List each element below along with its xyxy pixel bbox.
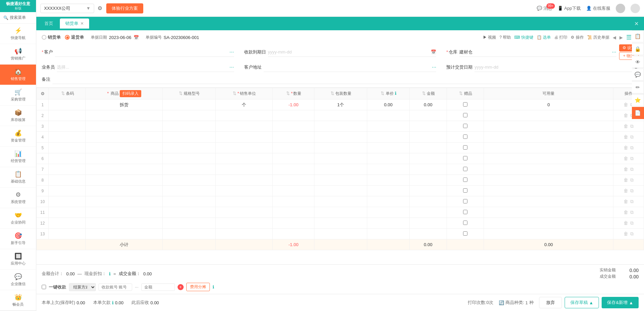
row-barcode-cell[interactable]: [49, 164, 86, 175]
sidebar-item-quick-nav[interactable]: ⚡ 快捷导航: [0, 24, 36, 44]
row-spec-cell[interactable]: [163, 164, 216, 175]
row-amount-cell[interactable]: [410, 121, 447, 132]
row-spec-cell[interactable]: [163, 110, 216, 121]
row-unit-price-cell[interactable]: [367, 229, 409, 239]
row-package-qty-cell[interactable]: [314, 153, 367, 164]
amount-input[interactable]: [141, 283, 175, 291]
customer-address-input[interactable]: ···: [264, 63, 437, 72]
row-package-qty-cell[interactable]: [314, 207, 367, 218]
gift-checkbox[interactable]: [463, 156, 467, 160]
delete-icon[interactable]: 🗑: [623, 134, 628, 140]
row-barcode-cell[interactable]: [49, 175, 86, 186]
float-btn-copy[interactable]: 📋: [632, 30, 644, 42]
row-unit-cell[interactable]: [215, 218, 272, 229]
row-unit-price-cell[interactable]: [367, 218, 409, 229]
row-product-cell[interactable]: [86, 110, 163, 121]
row-product-cell[interactable]: [86, 121, 163, 132]
delete-icon[interactable]: 🗑: [623, 166, 628, 172]
tab-home[interactable]: 首页: [39, 18, 59, 29]
row-unit-cell[interactable]: [215, 132, 272, 143]
sidebar-item-purchase[interactable]: 🛒 采购管理: [0, 85, 36, 106]
row-product-cell[interactable]: [86, 229, 163, 239]
date-calendar-icon[interactable]: 📅: [134, 35, 139, 40]
float-btn-action[interactable]: 📄: [632, 107, 644, 119]
sidebar-item-sales[interactable]: 🏠 销售管理: [0, 65, 36, 85]
row-quantity-cell[interactable]: [273, 207, 314, 218]
row-unit-price-cell[interactable]: [367, 143, 409, 153]
payment-method-select[interactable]: 结算方式: [69, 283, 96, 291]
copy-row-icon[interactable]: ⧉: [630, 188, 634, 194]
row-product-cell[interactable]: [86, 164, 163, 175]
delete-icon[interactable]: 🗑: [623, 199, 628, 204]
row-gift-cell[interactable]: [447, 175, 484, 186]
row-package-qty-cell[interactable]: [314, 229, 367, 239]
delete-icon[interactable]: 🗑: [623, 231, 628, 237]
row-gift-cell[interactable]: [447, 218, 484, 229]
row-quantity-cell[interactable]: [273, 164, 314, 175]
row-package-qty-cell[interactable]: [314, 164, 367, 175]
row-spec-cell[interactable]: [163, 100, 216, 110]
save-new-button[interactable]: 保存&新增 ▲: [602, 297, 639, 308]
salesperson-dots-icon[interactable]: ···: [229, 64, 234, 70]
copy-row-icon[interactable]: ⧉: [630, 166, 634, 172]
salesperson-input[interactable]: 选择... ···: [57, 63, 234, 72]
row-unit-cell[interactable]: [215, 143, 272, 153]
row-barcode-cell[interactable]: [49, 218, 86, 229]
online-service-button[interactable]: 👤 在线客服: [586, 5, 610, 11]
row-barcode-cell[interactable]: [49, 229, 86, 239]
row-spec-cell[interactable]: [163, 229, 216, 239]
gift-checkbox[interactable]: [463, 124, 467, 128]
row-package-qty-cell[interactable]: [314, 132, 367, 143]
float-btn-edit[interactable]: ✏: [632, 81, 644, 93]
gift-checkbox[interactable]: [463, 102, 467, 107]
fee-info-icon[interactable]: ℹ: [213, 284, 214, 289]
row-unit-cell[interactable]: 个: [215, 100, 272, 110]
row-unit-price-cell[interactable]: [367, 121, 409, 132]
row-quantity-cell[interactable]: -1.00: [273, 100, 314, 110]
row-unit-cell[interactable]: [215, 186, 272, 196]
account-dots-icon[interactable]: ···: [135, 284, 139, 289]
row-product-cell[interactable]: [86, 207, 163, 218]
row-spec-cell[interactable]: [163, 207, 216, 218]
row-amount-cell[interactable]: [410, 153, 447, 164]
action-help[interactable]: ? 帮助: [499, 35, 511, 40]
row-package-qty-cell[interactable]: [314, 110, 367, 121]
row-amount-cell[interactable]: [410, 186, 447, 196]
action-shortcut[interactable]: ⌨ 快捷键: [514, 35, 533, 40]
radio-sales[interactable]: 销货单: [42, 34, 61, 40]
row-package-qty-cell[interactable]: [314, 121, 367, 132]
gift-checkbox[interactable]: [463, 221, 467, 225]
sidebar-item-finance[interactable]: 💰 资金管理: [0, 126, 36, 147]
nav-prev-icon[interactable]: ◀: [613, 35, 616, 40]
warehouse-input[interactable]: 建材仓 ···: [459, 47, 616, 57]
row-spec-cell[interactable]: [163, 175, 216, 186]
row-gift-cell[interactable]: [447, 100, 484, 110]
delete-icon[interactable]: 🗑: [623, 177, 628, 183]
sidebar-item-guide[interactable]: 🎯 新手引导: [0, 229, 36, 249]
company-selector[interactable]: XXXXXX公司 ▼: [40, 4, 94, 13]
delete-icon[interactable]: 🗑: [623, 145, 628, 151]
tab-close-icon[interactable]: ✕: [80, 21, 84, 26]
row-unit-cell[interactable]: [215, 164, 272, 175]
row-package-qty-cell[interactable]: [314, 218, 367, 229]
action-operate[interactable]: ⚙ 操作: [571, 35, 583, 40]
delete-icon[interactable]: 🗑: [623, 209, 628, 215]
row-unit-cell[interactable]: [215, 121, 272, 132]
tab-close-right-icon[interactable]: ✕: [632, 21, 641, 27]
delete-icon[interactable]: 🗑: [623, 113, 628, 118]
message-button[interactable]: 💬 消息 99+: [537, 5, 552, 11]
row-unit-cell[interactable]: [215, 207, 272, 218]
row-gift-cell[interactable]: [447, 121, 484, 132]
float-btn-eye[interactable]: 👁: [632, 56, 644, 68]
row-unit-price-cell[interactable]: [367, 132, 409, 143]
app-download-button[interactable]: 📱 App下载: [558, 5, 581, 11]
table-settings-icon[interactable]: ⚙: [41, 91, 45, 96]
row-spec-cell[interactable]: [163, 143, 216, 153]
row-unit-cell[interactable]: [215, 196, 272, 207]
warehouse-dots-icon[interactable]: ···: [612, 49, 616, 55]
gift-checkbox[interactable]: [463, 188, 467, 193]
row-barcode-cell[interactable]: [49, 196, 86, 207]
row-unit-cell[interactable]: [215, 229, 272, 239]
row-barcode-cell[interactable]: [49, 143, 86, 153]
row-unit-price-cell[interactable]: [367, 207, 409, 218]
